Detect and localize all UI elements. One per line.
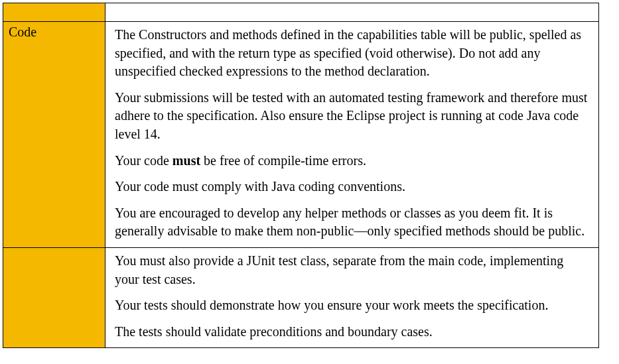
- paragraph: You are encouraged to develop any helper…: [115, 204, 588, 241]
- table-row: You must also provide a JUnit test class…: [3, 247, 599, 347]
- content-cell-tests: You must also provide a JUnit test class…: [105, 247, 599, 347]
- table-row: Code The Constructors and methods define…: [3, 22, 599, 248]
- label-cell-tests: [3, 247, 105, 347]
- table-row: [3, 3, 599, 22]
- bold-text: must: [172, 153, 200, 168]
- paragraph: Your code must comply with Java coding c…: [115, 178, 588, 196]
- paragraph: Your submissions will be tested with an …: [115, 89, 588, 144]
- content-cell-code: The Constructors and methods defined in …: [105, 22, 599, 248]
- paragraph: Your tests should demonstrate how you en…: [115, 296, 588, 315]
- text-span: Your code: [115, 153, 172, 168]
- paragraph: You must also provide a JUnit test class…: [115, 252, 588, 288]
- label-cell-empty: [3, 3, 105, 22]
- text-span: be free of compile-time errors.: [200, 153, 366, 168]
- row-label: [3, 248, 105, 253]
- requirements-table: Code The Constructors and methods define…: [3, 3, 599, 348]
- paragraph: The tests should validate preconditions …: [115, 323, 588, 341]
- document-wrap: Code The Constructors and methods define…: [0, 0, 619, 351]
- paragraph: Your code must be free of compile-time e…: [115, 152, 588, 170]
- content-cell-empty: [105, 3, 599, 22]
- paragraph: The Constructors and methods defined in …: [115, 26, 588, 81]
- label-cell-code: Code: [3, 22, 105, 248]
- row-label: Code: [3, 22, 105, 42]
